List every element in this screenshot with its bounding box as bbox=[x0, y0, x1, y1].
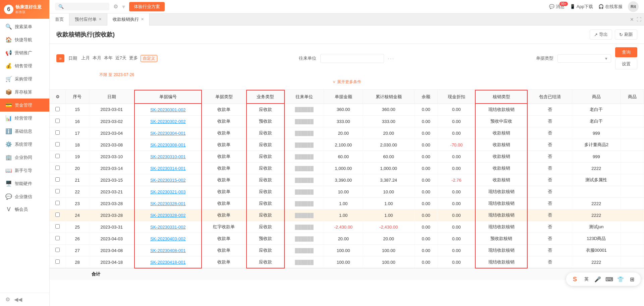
expand-icon[interactable]: ⛶ bbox=[637, 17, 641, 22]
date-custom-btn[interactable]: 自定义 bbox=[141, 55, 157, 62]
sidebar-item-finance[interactable]: 💳 资金管理 bbox=[0, 99, 49, 112]
date-opt-prev-month[interactable]: 上月 bbox=[81, 55, 90, 62]
cell-doc-no[interactable]: SK-20230304-001 bbox=[135, 127, 202, 139]
message-link[interactable]: 💬 消息 99+ bbox=[549, 4, 565, 10]
refresh-button[interactable]: ↻ 刷新 bbox=[615, 29, 637, 40]
cell-doc-no[interactable]: SK-20230301-002 bbox=[135, 104, 202, 116]
cell-doc-no[interactable]: SK-20230328-002 bbox=[135, 209, 202, 221]
sidebar-item-system[interactable]: ⚙️ 系统管理 bbox=[0, 138, 49, 151]
service-link[interactable]: 🎧 在线客服 bbox=[598, 4, 623, 10]
cell-checkbox[interactable] bbox=[50, 186, 66, 198]
table-wrapper[interactable]: ⚙ 序号 日期 单据编号 单据类型 业务类型 往来单位 单据金额 累计核销金额 … bbox=[50, 90, 644, 306]
sidebar-item-purchase[interactable]: 🛒 采购管理 bbox=[0, 72, 49, 85]
user-avatar[interactable]: Rit bbox=[628, 1, 639, 12]
cell-checkbox[interactable] bbox=[50, 139, 66, 151]
sidebar-item-basic[interactable]: ℹ️ 基础信息 bbox=[0, 125, 49, 138]
doc-no-link[interactable]: SK-20230304-001 bbox=[150, 131, 186, 136]
float-keyboard-icon[interactable]: ⌨ bbox=[604, 274, 614, 284]
cell-doc-no[interactable]: SK-20230328-001 bbox=[135, 198, 202, 209]
settings-icon[interactable]: ⚙ bbox=[113, 3, 118, 10]
cell-doc-no[interactable]: SK-20230314-001 bbox=[135, 163, 202, 174]
float-mic-icon[interactable]: 🎤 bbox=[593, 274, 602, 284]
doc-no-link[interactable]: SK-20230301-002 bbox=[150, 107, 186, 112]
cell-amount: 20.00 bbox=[324, 233, 363, 245]
cell-doc-no[interactable]: SK-20230418-001 bbox=[135, 256, 202, 268]
doc-no-link[interactable]: SK-20230302-002 bbox=[150, 119, 186, 124]
filter-expand-button[interactable]: » bbox=[56, 54, 64, 62]
cell-checkbox[interactable] bbox=[50, 174, 66, 186]
doc-no-link[interactable]: SK-20230418-001 bbox=[150, 260, 186, 265]
sidebar-item-marketing[interactable]: 📢 营销推广 bbox=[0, 46, 49, 59]
sidebar-item-guide[interactable]: 📖 新手引导 bbox=[0, 164, 49, 177]
sidebar-item-inventory[interactable]: 📦 库存核算 bbox=[0, 85, 49, 99]
cell-checkbox[interactable] bbox=[50, 256, 66, 268]
cell-write-off-type: 现结收款核销 bbox=[475, 245, 527, 256]
sidebar: 6 畅康道好生意 标推版 🔍 搜索菜单 🏠 快捷导航 📢 营销推广 💰 销售管理… bbox=[0, 0, 50, 306]
sidebar-item-wechat[interactable]: 💬 企业微信 bbox=[0, 190, 49, 203]
doc-no-link[interactable]: SK-20230403-002 bbox=[150, 236, 186, 241]
industry-btn[interactable]: 体验行业方案 bbox=[129, 2, 165, 11]
tab-payable-close[interactable]: ✕ bbox=[99, 17, 102, 21]
cell-include-settled: 否 bbox=[527, 127, 572, 139]
cell-checkbox[interactable] bbox=[50, 209, 66, 221]
sidebar-item-quicknav[interactable]: 🏠 快捷导航 bbox=[0, 33, 49, 46]
sidebar-item-sales[interactable]: 💰 销售管理 bbox=[0, 59, 49, 72]
app-download-link[interactable]: 📱 App下载 bbox=[570, 4, 593, 10]
sidebar-item-enterprise[interactable]: 🏢 企业协同 bbox=[0, 151, 49, 164]
float-shirt-icon[interactable]: 👕 bbox=[616, 274, 625, 284]
col-header-settings[interactable]: ⚙ bbox=[50, 90, 66, 104]
cell-doc-no[interactable]: SK-20230321-003 bbox=[135, 186, 202, 198]
cell-doc-no[interactable]: SK-20230308-001 bbox=[135, 139, 202, 151]
cell-checkbox[interactable] bbox=[50, 151, 66, 163]
doc-no-link[interactable]: SK-20230310-001 bbox=[150, 154, 186, 159]
date-opt-this-month[interactable]: 本月 bbox=[93, 55, 101, 62]
cell-doc-no[interactable]: SK-20230310-001 bbox=[135, 151, 202, 163]
date-opt-more[interactable]: 更多 bbox=[129, 55, 138, 62]
date-opt-7days[interactable]: 近7天 bbox=[115, 55, 126, 62]
sidebar-item-member[interactable]: V 畅会员 bbox=[0, 203, 49, 216]
cell-checkbox[interactable] bbox=[50, 245, 66, 256]
cell-checkbox[interactable] bbox=[50, 127, 66, 139]
doc-no-link[interactable]: SK-20230328-002 bbox=[150, 213, 186, 218]
topbar-search-box[interactable]: 🔍 bbox=[55, 3, 109, 10]
cell-doc-no[interactable]: SK-20230408-001 bbox=[135, 245, 202, 256]
cell-checkbox[interactable] bbox=[50, 198, 66, 209]
cell-checkbox[interactable] bbox=[50, 221, 66, 233]
search-input[interactable] bbox=[66, 4, 106, 9]
float-text-icon[interactable]: 英 bbox=[582, 274, 591, 284]
doc-no-link[interactable]: SK-20230328-001 bbox=[150, 201, 186, 206]
cell-checkbox[interactable] bbox=[50, 104, 66, 116]
doc-no-link[interactable]: SK-20230321-003 bbox=[150, 189, 186, 194]
tab-receipt[interactable]: 收款核销执行 ✕ bbox=[107, 13, 150, 25]
cell-doc-no[interactable]: SK-20230302-002 bbox=[135, 116, 202, 127]
tab-receipt-close[interactable]: ✕ bbox=[141, 17, 144, 21]
collapse-icon[interactable]: ◀◀ bbox=[14, 296, 22, 303]
cell-doc-no[interactable]: SK-20230315-002 bbox=[135, 174, 202, 186]
export-button[interactable]: ↗ 导出 bbox=[590, 29, 612, 40]
settings-icon[interactable]: ⚙ bbox=[5, 296, 10, 303]
float-grid-icon[interactable]: ⊞ bbox=[627, 274, 637, 284]
filter-settings-button[interactable]: 设置 bbox=[615, 59, 637, 69]
tab-payable[interactable]: 预付应付单 ✕ bbox=[69, 13, 107, 25]
close-all-icon[interactable]: ✕ bbox=[630, 17, 634, 22]
sidebar-item-hardware[interactable]: 🖥️ 智能硬件 bbox=[0, 177, 49, 190]
cell-checkbox[interactable] bbox=[50, 233, 66, 245]
tab-home[interactable]: 首页 bbox=[50, 13, 69, 25]
doc-no-link[interactable]: SK-20230315-002 bbox=[150, 178, 186, 183]
doc-no-link[interactable]: SK-20230331-002 bbox=[150, 225, 186, 230]
sidebar-item-search[interactable]: 🔍 搜索菜单 bbox=[0, 20, 49, 33]
page-title: 收款核销执行(按收款) bbox=[56, 30, 115, 39]
date-opt-this-year[interactable]: 本年 bbox=[104, 55, 113, 62]
doc-no-link[interactable]: SK-20230308-001 bbox=[150, 142, 186, 147]
cell-doc-no[interactable]: SK-20230331-002 bbox=[135, 221, 202, 233]
doc-type-select[interactable]: ▾ bbox=[557, 54, 611, 63]
expand-more-conditions[interactable]: ∨ 展开更多条件 bbox=[56, 78, 637, 86]
cell-doc-no[interactable]: SK-20230403-002 bbox=[135, 233, 202, 245]
partner-input[interactable] bbox=[320, 54, 384, 63]
doc-no-link[interactable]: SK-20230314-001 bbox=[150, 166, 186, 171]
query-button[interactable]: 查询 bbox=[615, 47, 637, 57]
cell-checkbox[interactable] bbox=[50, 116, 66, 127]
cell-checkbox[interactable] bbox=[50, 163, 66, 174]
doc-no-link[interactable]: SK-20230408-001 bbox=[150, 248, 186, 253]
sidebar-item-operation[interactable]: 📊 经营管理 bbox=[0, 112, 49, 125]
